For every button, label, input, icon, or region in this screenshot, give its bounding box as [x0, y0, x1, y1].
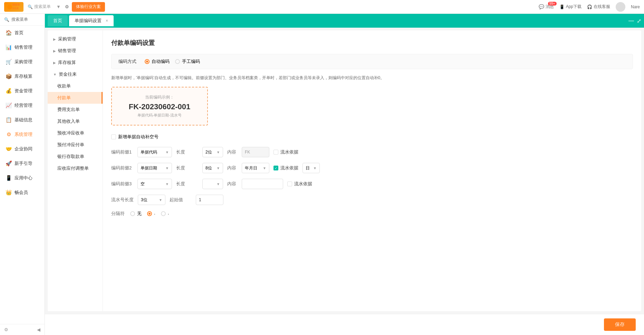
preview-box: 当前编码示例： FK-20230602-001 单据代码-单据日期-流水号 [111, 87, 208, 125]
sub-nav-receipt[interactable]: 收款单 [48, 80, 103, 92]
sidebar-item-member[interactable]: 👑 畅会员 [0, 185, 45, 200]
settings-bottom-icon[interactable]: ⚙ [4, 327, 8, 332]
sub-nav-group-purchase: ▶ 采购管理 [48, 33, 103, 45]
message-badge: 99+ [548, 2, 557, 6]
prefix2-day-arrow: ▼ [313, 166, 317, 170]
sidebar-search[interactable]: 🔍 搜索菜单 [0, 14, 45, 26]
auto-fill-row: 新增单据自动补空号 [111, 134, 633, 140]
tab-bar: 首页 单据编码设置 × — ⤢ [45, 14, 644, 28]
sidebar-item-sales[interactable]: 📊 销售管理 [0, 40, 45, 55]
prefix2-arrow: ▼ [165, 166, 169, 170]
logo-image: 畅捷通 好生意 [4, 2, 23, 12]
sub-nav-prepay-ar[interactable]: 预收冲应收单 [48, 127, 103, 139]
prefix2-content-arrow: ▼ [263, 166, 266, 170]
sales-icon: 📊 [6, 44, 12, 50]
sub-nav-expense[interactable]: 费用支出单 [48, 104, 103, 115]
prefix2-select[interactable]: 单据日期 ▼ [137, 163, 172, 173]
dropdown-icon[interactable]: ▼ [56, 4, 61, 9]
sub-nav-adjust[interactable]: 应收应付调整单 [48, 162, 103, 174]
top-bar: 畅捷通 好生意 🔍 搜索菜单 ▼ ⚙ 体验行业方案 💬 消息 99+ 📱 App… [0, 0, 644, 14]
serial-start-input[interactable]: 1 [196, 195, 223, 205]
app-download-btn[interactable]: 📱 App下载 [559, 4, 581, 10]
message-btn[interactable]: 💬 消息 99+ [539, 4, 554, 10]
username: Nare [631, 4, 640, 9]
sep-dot[interactable]: · [147, 211, 155, 217]
sidebar-item-operations[interactable]: 📈 经营管理 [0, 98, 45, 113]
prefix3-select[interactable]: 空 ▼ [137, 179, 172, 189]
encoding-method-section: 编码方式 自动编码 手工编码 [111, 54, 633, 69]
settings-icon[interactable]: ⚙ [65, 4, 69, 9]
tab-maximize-icon[interactable]: ⤢ [637, 18, 641, 24]
prefix3-stream-check[interactable]: 流水依据 [287, 181, 312, 187]
prefix1-stream-check[interactable]: 流水依据 [273, 149, 298, 155]
auto-fill-label: 新增单据自动补空号 [118, 134, 158, 140]
prefix2-stream-check[interactable]: ✓ 流水依据 [273, 165, 298, 171]
experience-btn[interactable]: 体验行业方案 [72, 2, 105, 12]
purchase-icon: 🛒 [6, 59, 12, 65]
basics-icon: 📋 [6, 117, 12, 123]
sidebar-item-guide[interactable]: 🚀 新手引导 [0, 156, 45, 171]
search-menu-btn[interactable]: 🔍 搜索菜单 [28, 4, 51, 10]
sidebar-item-basics[interactable]: 📋 基础信息 [0, 113, 45, 127]
sidebar-item-finance[interactable]: 💰 资金管理 [0, 84, 45, 98]
page-footer: 保存 [45, 314, 644, 335]
sub-nav-prepay-ap[interactable]: 预付冲应付单 [48, 139, 103, 151]
separator-row: 分隔符 无 · · [111, 211, 633, 217]
sep-dash[interactable]: · [161, 211, 169, 217]
sidebar-item-system[interactable]: ⚙ 系统管理 [0, 127, 45, 142]
online-service-btn[interactable]: 🎧 在线客服 [587, 4, 610, 10]
sub-nav-other-income[interactable]: 其他收入单 [48, 115, 103, 127]
arrow-icon: ▶ [53, 49, 56, 53]
sub-nav-payment[interactable]: 付款单 [48, 92, 103, 104]
tab-encoding-settings[interactable]: 单据编码设置 × [69, 15, 114, 26]
serial-row: 流水号长度 3位 ▼ 起始值 1 [111, 195, 633, 205]
content-area: 首页 单据编码设置 × — ⤢ ▶ 采购管理 [45, 14, 644, 335]
prefix3-stream-box [287, 182, 292, 186]
separator-label: 分隔符 [111, 211, 125, 217]
sub-nav-capital[interactable]: ▼ 资金往来 [48, 68, 103, 80]
sep-dot-dot [147, 211, 152, 216]
prefix2-length-arrow: ▼ [217, 166, 220, 170]
sub-nav-bank[interactable]: 银行存取款单 [48, 151, 103, 162]
auto-fill-checkbox[interactable]: 新增单据自动补空号 [111, 134, 158, 140]
prefix2-day-select[interactable]: 日 ▼ [302, 163, 320, 173]
prefix2-stream-box: ✓ [273, 166, 278, 170]
serial-length-select[interactable]: 3位 ▼ [138, 195, 165, 205]
sub-nav-inventory[interactable]: ▶ 库存核算 [48, 57, 103, 68]
tab-home[interactable]: 首页 [48, 15, 68, 26]
sidebar-item-inventory[interactable]: 📦 库存核算 [0, 69, 45, 84]
search-icon: 🔍 [28, 4, 33, 9]
prefix1-arrow: ▼ [165, 150, 169, 154]
prefix2-length-select[interactable]: 8位 ▼ [202, 163, 223, 173]
collapse-icon[interactable]: ◀ [37, 327, 40, 332]
sidebar-item-apps[interactable]: 📱 应用中心 [0, 171, 45, 185]
prefix3-length-select[interactable]: ▼ [202, 179, 223, 189]
sep-none-dot [130, 211, 135, 216]
sidebar-item-purchase[interactable]: 🛒 采购管理 [0, 55, 45, 69]
user-avatar[interactable] [616, 2, 625, 12]
prefix1-length-select[interactable]: 2位 ▼ [202, 147, 223, 157]
inventory-icon: 📦 [6, 73, 12, 80]
save-button[interactable]: 保存 [604, 318, 636, 331]
sub-nav-group-capital: ▼ 资金往来 收款单 付款单 费用支出单 其他收入单 预收冲应收单 预付冲应付单… [48, 68, 103, 174]
tab-minimize-icon[interactable]: — [628, 18, 634, 24]
prefix3-label: 编码前缀3 [111, 181, 133, 187]
sub-nav-group-sales: ▶ 销售管理 [48, 45, 103, 57]
encoding-method-radios: 自动编码 手工编码 [145, 58, 200, 65]
sidebar-item-home[interactable]: 🏠 首页 [0, 26, 45, 40]
sidebar-item-enterprise[interactable]: 🤝 企业协同 [0, 142, 45, 156]
tab-close-btn[interactable]: × [106, 18, 108, 23]
sep-none[interactable]: 无 [130, 211, 142, 217]
main-panel: 付款单编码设置 编码方式 自动编码 手工编码 [103, 30, 641, 311]
arrow-icon: ▶ [53, 37, 56, 41]
prefix2-content-select[interactable]: 年月日 ▼ [242, 163, 269, 173]
separator-options: 无 · · [130, 211, 169, 217]
enterprise-icon: 🤝 [6, 146, 12, 152]
sub-nav-purchase[interactable]: ▶ 采购管理 [48, 33, 103, 45]
prefix1-content-label: 内容 [227, 149, 238, 155]
prefix1-select[interactable]: 单据代码 ▼ [137, 147, 172, 157]
sub-nav-sales[interactable]: ▶ 销售管理 [48, 45, 103, 57]
auto-code-radio[interactable]: 自动编码 [145, 58, 170, 65]
manual-code-radio[interactable]: 手工编码 [175, 58, 200, 65]
finance-icon: 💰 [6, 88, 12, 94]
